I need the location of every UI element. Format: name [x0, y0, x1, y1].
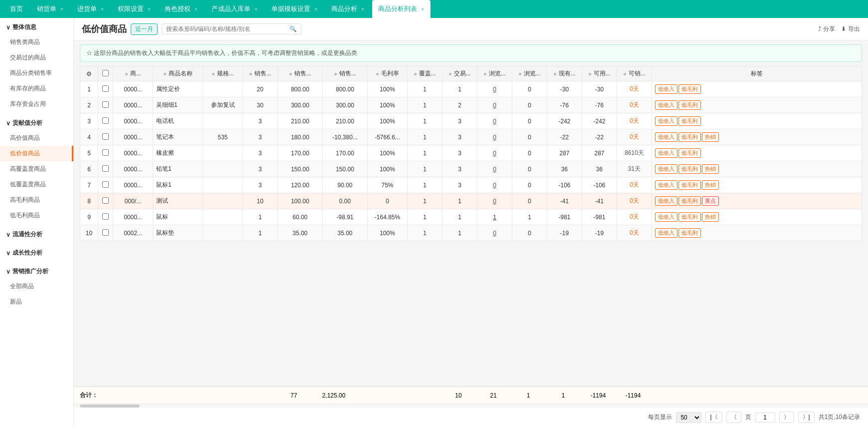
- sidebar-item-high-coverage[interactable]: 高覆盖度商品: [0, 161, 73, 177]
- col-sales-amount1[interactable]: ⬦ 销售...: [278, 66, 323, 81]
- sidebar-item-stocked-products[interactable]: 有库存的商品: [0, 81, 73, 96]
- row-checkbox-cell[interactable]: [98, 161, 113, 177]
- sidebar-group-title-liquidity[interactable]: ∨ 流通性分析: [0, 227, 73, 242]
- col-name[interactable]: ⬦ 商品名称: [153, 66, 203, 81]
- col-coverage[interactable]: ⬦ 覆盖...: [408, 66, 442, 81]
- last-page-button[interactable]: 〉|: [798, 412, 815, 423]
- table-row[interactable]: 2 0000... 吴细细1 参加复试 30 300.00 300.00 100…: [80, 97, 862, 113]
- browse-link[interactable]: 0: [493, 150, 496, 157]
- nav-purchase-order[interactable]: 进货单 ×: [71, 0, 110, 18]
- col-trade[interactable]: ⬦ 交易...: [442, 66, 477, 81]
- nav-product-analysis-list[interactable]: 商品分析列表 ×: [372, 0, 430, 18]
- first-page-button[interactable]: |〈: [705, 412, 722, 423]
- table-row[interactable]: 8 000/... 测试 10 100.00 0.00 0 1 1 0 0 -4…: [80, 193, 862, 209]
- table-row[interactable]: 9 0000... 鼠标 1 60.00 -98.91 -164.85% 1 1…: [80, 209, 862, 225]
- row-checkbox[interactable]: [102, 197, 109, 204]
- row-browse1[interactable]: 0: [477, 113, 512, 129]
- sidebar-group-title-contribution[interactable]: ∨ 贡献值分析: [0, 116, 73, 130]
- row-checkbox-cell[interactable]: [98, 81, 113, 97]
- nav-product-analysis[interactable]: 商品分析 ×: [325, 0, 370, 18]
- browse-link[interactable]: 0: [493, 230, 496, 237]
- next-page-button[interactable]: 〉: [779, 412, 794, 423]
- browse-link[interactable]: 0: [493, 198, 496, 205]
- nav-home[interactable]: 首页: [4, 0, 29, 18]
- sidebar-item-low-value[interactable]: 低价值商品: [0, 146, 73, 161]
- sidebar-group-title-growth[interactable]: ∨ 成长性分析: [0, 246, 73, 260]
- filter-tag-recent-month[interactable]: 近一月: [131, 23, 158, 35]
- row-browse1[interactable]: 0: [477, 81, 512, 97]
- select-all-checkbox[interactable]: [102, 70, 109, 76]
- table-row[interactable]: 10 0002... 鼠标垫 1 35.00 35.00 100% 1 1 0 …: [80, 225, 862, 241]
- settings-icon[interactable]: ⚙: [86, 70, 92, 77]
- row-browse1[interactable]: 0: [477, 145, 512, 161]
- row-browse1[interactable]: 0: [477, 177, 512, 193]
- nav-role-auth[interactable]: 角色授权 ×: [159, 0, 204, 18]
- browse-link[interactable]: 0: [493, 102, 496, 109]
- sidebar-item-low-coverage[interactable]: 低覆盖度商品: [0, 177, 73, 192]
- nav-sales-order[interactable]: 销货单 ×: [31, 0, 69, 18]
- page-number-input[interactable]: [755, 413, 775, 423]
- table-row[interactable]: 5 0000... 橡皮擦 3 170.00 170.00 100% 1 3 0…: [80, 145, 862, 161]
- row-browse1[interactable]: 0: [477, 193, 512, 209]
- sidebar-item-sales-products[interactable]: 销售类商品: [0, 34, 73, 50]
- browse-link[interactable]: 0: [493, 134, 496, 141]
- table-row[interactable]: 6 0000... 铅笔1 3 150.00 150.00 100% 1 3 0…: [80, 161, 862, 177]
- table-row[interactable]: 4 0000... 笔记本 535 3 180.00 -10,380... -5…: [80, 129, 862, 145]
- sidebar-item-high-margin[interactable]: 高毛利商品: [0, 192, 73, 208]
- row-checkbox[interactable]: [102, 117, 109, 124]
- sidebar-group-title-marketing[interactable]: ∨ 营销推广分析: [0, 264, 73, 279]
- row-checkbox[interactable]: [102, 133, 109, 140]
- browse-link[interactable]: 0: [493, 86, 496, 93]
- sidebar-item-inventory-capital[interactable]: 库存资金占用: [0, 96, 73, 112]
- table-row[interactable]: 1 0000... 属性定价 20 800.00 800.00 100% 1 1…: [80, 81, 862, 97]
- col-browse2[interactable]: ⬦ 浏览...: [512, 66, 547, 81]
- per-page-select[interactable]: 50 100 200: [676, 412, 701, 423]
- row-checkbox-cell[interactable]: [98, 209, 113, 225]
- sidebar-item-high-value[interactable]: 高价值商品: [0, 130, 73, 146]
- row-browse1[interactable]: 1: [477, 209, 512, 225]
- prev-page-button[interactable]: 〈: [726, 412, 741, 423]
- row-checkbox-cell[interactable]: [98, 145, 113, 161]
- table-row[interactable]: 3 0000... 电话机 3 210.00 210.00 100% 1 3 0…: [80, 113, 862, 129]
- row-checkbox-cell[interactable]: [98, 193, 113, 209]
- col-stock2[interactable]: ⬦ 可用...: [582, 66, 617, 81]
- sidebar-group-title-overall[interactable]: ∨ 整体信息: [0, 20, 73, 34]
- row-checkbox[interactable]: [102, 149, 109, 156]
- row-checkbox-cell[interactable]: [98, 113, 113, 129]
- scrollbar-area[interactable]: [74, 404, 868, 408]
- nav-template-settings[interactable]: 单据模板设置 ×: [265, 0, 323, 18]
- col-sales-amount2[interactable]: ⬦ 销售...: [323, 66, 368, 81]
- row-browse1[interactable]: 0: [477, 129, 512, 145]
- row-browse1[interactable]: 0: [477, 97, 512, 113]
- nav-permissions[interactable]: 权限设置 ×: [112, 0, 157, 18]
- row-checkbox-cell[interactable]: [98, 97, 113, 113]
- col-spec[interactable]: ⬦ 规格...: [203, 66, 243, 81]
- col-stock1[interactable]: ⬦ 现有...: [547, 66, 582, 81]
- search-box[interactable]: 🔍: [162, 23, 301, 34]
- search-input[interactable]: [166, 25, 287, 32]
- browse-link[interactable]: 0: [493, 118, 496, 125]
- browse-link[interactable]: 0: [493, 166, 496, 173]
- col-browse1[interactable]: ⬦ 浏览...: [477, 66, 512, 81]
- row-browse1[interactable]: 0: [477, 225, 512, 241]
- col-saleable[interactable]: ⬦ 可销...: [617, 66, 652, 81]
- col-code[interactable]: ⬦ 商...: [113, 66, 153, 81]
- sidebar-item-new-products[interactable]: 新品: [0, 294, 73, 310]
- sidebar-item-low-margin[interactable]: 低毛利商品: [0, 208, 73, 223]
- table-row[interactable]: 7 0000... 鼠标1 3 120.00 90.00 75% 1 3 0 0…: [80, 177, 862, 193]
- row-browse1[interactable]: 0: [477, 161, 512, 177]
- row-checkbox-cell[interactable]: [98, 225, 113, 241]
- sidebar-item-all-products[interactable]: 全部商品: [0, 279, 73, 294]
- row-checkbox-cell[interactable]: [98, 177, 113, 193]
- row-checkbox[interactable]: [102, 181, 109, 188]
- row-checkbox-cell[interactable]: [98, 129, 113, 145]
- nav-product-inbound[interactable]: 产成品入库单 ×: [206, 0, 263, 18]
- export-button[interactable]: ⬇ 导出: [841, 25, 860, 33]
- browse-link[interactable]: 0: [493, 182, 496, 189]
- share-button[interactable]: ⤴ 分享: [818, 25, 835, 33]
- col-settings[interactable]: ⚙: [80, 66, 98, 81]
- row-checkbox[interactable]: [102, 213, 109, 220]
- row-checkbox[interactable]: [102, 165, 109, 172]
- row-checkbox[interactable]: [102, 101, 109, 108]
- row-checkbox[interactable]: [102, 85, 109, 92]
